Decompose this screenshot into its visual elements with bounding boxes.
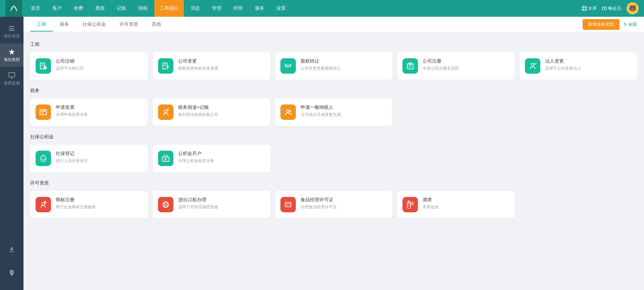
shuiwu-cards: 申请发票 办理申请发票业务 税务报道+记账 拿到营业执照的新公司 [30, 98, 637, 126]
nav-item-经营[interactable]: 经营 [228, 0, 248, 17]
section-title-gongshang: 工商 [30, 42, 637, 48]
fullscreen-button[interactable]: 全屏 [582, 5, 597, 11]
card-icon-taxpayer [280, 104, 296, 120]
card-desc: 零售批发 [423, 204, 509, 210]
card-info-equity-transfer: 股权转让 公司变更需要股权转让 [301, 58, 387, 71]
card-desc: 适用于公司变更法人 [545, 66, 632, 71]
xuke-cards: R 商标注册 用于企业商标注册服务 进出口权办理 适用于对外贸易经营者 [30, 191, 637, 218]
tab-shuiwu[interactable]: 税务 [53, 17, 76, 31]
card-provident-fund[interactable]: 公积金开户 办理公积金相关业务 [153, 145, 270, 172]
sidebar-item-progress-monitor[interactable]: 进度监测 [0, 67, 23, 90]
card-name: 法人变更 [545, 58, 632, 64]
card-tax-report[interactable]: 税务报道+记账 拿到营业执照的新公司 [153, 98, 270, 126]
sidebar-item-label: 进度监测 [4, 80, 20, 86]
tab-xuke[interactable]: 许可资质 [113, 17, 145, 31]
card-icon-invoice [36, 104, 51, 120]
card-info-food: 食品经营许可证 办理食品经营许可证 [301, 197, 387, 210]
sidebar-item-project-type[interactable]: 项目类型 [0, 44, 23, 67]
card-name: 酒类 [423, 197, 509, 203]
svg-text:R: R [44, 202, 46, 204]
tab-shebao[interactable]: 社保公积金 [76, 17, 113, 31]
card-legal-change[interactable]: 法人变更 适用于公司变更法人 [520, 52, 637, 80]
svg-point-46 [164, 202, 167, 207]
card-trademark[interactable]: R 商标注册 用于企业商标注册服务 [30, 191, 148, 218]
svg-point-45 [163, 202, 168, 207]
tab-gongshang[interactable]: 工商 [30, 17, 53, 31]
card-desc: 适用于注销公司 [56, 66, 143, 71]
card-desc: 适用于对外贸易经营者 [178, 204, 265, 210]
card-general-taxpayer[interactable]: 申请一般纳税人 当月或次月成变更完成 [275, 98, 393, 126]
svg-rect-56 [412, 203, 413, 205]
svg-point-5 [604, 8, 605, 9]
top-navigation: 首页客户收费票据记账报税工商项目消息管理经营服务设置 全屏 畅会员 🐻 [0, 0, 644, 17]
svg-rect-9 [9, 72, 15, 77]
card-name: 食品经营许可证 [301, 197, 387, 203]
refresh-label: 刷新 [629, 21, 637, 27]
card-desc: 办理食品经营许可证 [301, 204, 387, 210]
card-icon-company-cancel [36, 58, 51, 74]
card-liquor[interactable]: 酒类 零售批发 [397, 191, 515, 218]
sidebar-item-download[interactable] [0, 238, 23, 261]
sidebar: 项目管理 项目类型 进度监测 [0, 17, 23, 290]
logo [5, 0, 22, 17]
refresh-button[interactable]: ↻ 刷新 [624, 21, 637, 27]
card-desc: 办理公积金相关业务 [178, 158, 265, 164]
card-company-cancel[interactable]: 公司注销 适用于注销公司 [30, 52, 148, 80]
card-info-social: 社保登记 进行人员社保登记 [56, 151, 143, 164]
svg-rect-2 [582, 9, 584, 10]
nav-item-消息[interactable]: 消息 [185, 0, 205, 17]
card-info-tax-report: 税务报道+记账 拿到营业执照的新公司 [178, 104, 265, 118]
nav-item-管理[interactable]: 管理 [207, 0, 227, 17]
card-info-company-register: 公司注册 申请公司注册全流程 [423, 58, 509, 71]
card-name: 公积金开户 [178, 151, 265, 157]
card-info-invoice: 申请发票 办理申请发票业务 [56, 104, 143, 118]
section-title-xuke: 许可资质 [30, 180, 637, 186]
nav-item-首页[interactable]: 首页 [25, 0, 46, 17]
nav-item-票据[interactable]: 票据 [90, 0, 110, 17]
sidebar-item-location[interactable] [0, 261, 23, 285]
card-social-insurance[interactable]: 社保登记 进行人员社保登记 [30, 145, 148, 172]
nav-item-收费[interactable]: 收费 [68, 0, 89, 17]
sidebar-item-label: 项目类型 [4, 57, 20, 63]
card-invoice-apply[interactable]: 申请发票 办理申请发票业务 [30, 98, 148, 126]
card-icon-food [280, 197, 296, 212]
svg-rect-30 [40, 110, 47, 115]
card-desc: 进行人员社保登记 [56, 158, 143, 164]
sidebar-item-label: 项目管理 [4, 33, 20, 39]
card-desc: 用于企业商标注册服务 [56, 204, 143, 210]
svg-rect-7 [9, 28, 15, 28]
card-company-register[interactable]: 公司注册 申请公司注册全流程 [397, 52, 515, 80]
nav-item-客户[interactable]: 客户 [47, 0, 67, 17]
section-title-shuiwu: 税务 [30, 88, 637, 94]
svg-rect-12 [9, 251, 14, 252]
card-icon-tax-report [158, 104, 173, 120]
card-name: 公司注册 [423, 58, 509, 64]
fullscreen-label: 全屏 [588, 5, 597, 11]
sidebar-bottom [0, 238, 23, 290]
card-name: 进出口权办理 [178, 197, 265, 203]
nav-item-记账[interactable]: 记账 [111, 0, 131, 17]
card-info-import-export: 进出口权办理 适用于对外贸易经营者 [178, 197, 265, 210]
svg-point-37 [286, 110, 289, 113]
nav-item-服务[interactable]: 服务 [250, 0, 270, 17]
nav-item-工商项目[interactable]: 工商项目 [154, 0, 184, 17]
card-name: 申请发票 [56, 104, 143, 111]
sidebar-item-project-management[interactable]: 项目管理 [0, 20, 23, 44]
card-info-trademark: 商标注册 用于企业商标注册服务 [56, 197, 143, 210]
card-equity-transfer[interactable]: 股权转让 公司变更需要股权转让 [275, 52, 393, 80]
nav-item-设置[interactable]: 设置 [271, 0, 291, 17]
shebao-cards: 社保登记 进行人员社保登记 公积金开户 办理公积金相关业务 [30, 145, 637, 172]
card-name: 公司变更 [178, 58, 265, 64]
vip-button[interactable]: 畅会员 [602, 5, 621, 11]
card-info-company-cancel: 公司注销 适用于注销公司 [56, 58, 143, 71]
nav-item-报税[interactable]: 报税 [133, 0, 153, 17]
card-desc: 拿到营业执照的新公司 [178, 112, 265, 118]
svg-rect-8 [9, 30, 15, 30]
tabs-actions: 新增业务类型 ↻ 刷新 [583, 19, 637, 30]
card-food-license[interactable]: 食品经营许可证 办理食品经营许可证 [275, 191, 393, 218]
card-import-export[interactable]: 进出口权办理 适用于对外贸易经营者 [153, 191, 270, 218]
new-type-button[interactable]: 新增业务类型 [583, 19, 620, 30]
tab-other[interactable]: 其他 [145, 17, 168, 31]
card-company-change[interactable]: 公司变更 股权变更外的业务变更 [153, 52, 270, 80]
card-info-liquor: 酒类 零售批发 [423, 197, 509, 210]
